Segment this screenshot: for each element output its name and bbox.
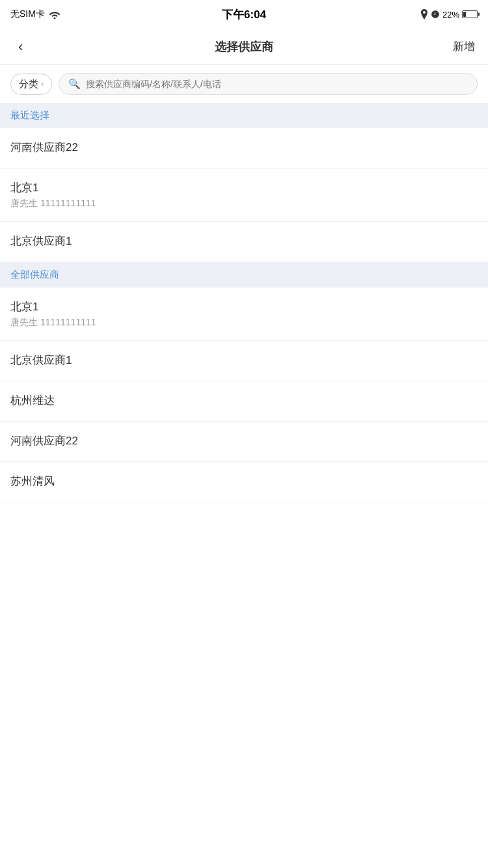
list-item[interactable]: 北京供应商1 xyxy=(0,341,488,381)
search-icon: 🔍 xyxy=(68,78,81,90)
list-item[interactable]: 苏州清风 xyxy=(0,462,488,502)
svg-point-0 xyxy=(53,18,55,20)
item-sub: 唐先生 11111111111 xyxy=(10,198,478,210)
item-name: 河南供应商22 xyxy=(10,140,478,155)
recent-section-header: 最近选择 xyxy=(0,103,488,128)
battery-icon xyxy=(462,10,478,18)
page-title: 选择供应商 xyxy=(215,39,273,55)
item-name: 苏州清风 xyxy=(10,474,478,489)
status-time: 下午6:04 xyxy=(222,7,266,22)
item-name: 北京1 xyxy=(10,299,478,314)
item-name: 河南供应商22 xyxy=(10,433,478,448)
recent-items-list: 河南供应商22北京1唐先生 11111111111北京供应商1 xyxy=(0,128,488,262)
status-left: 无SIM卡 xyxy=(10,8,61,20)
alarm-icon xyxy=(431,10,440,19)
carrier-label: 无SIM卡 xyxy=(10,8,45,20)
list-item[interactable]: 北京1唐先生 11111111111 xyxy=(0,288,488,341)
search-input[interactable] xyxy=(86,79,468,89)
all-items-list: 北京1唐先生 11111111111北京供应商1杭州维达河南供应商22苏州清风 xyxy=(0,288,488,502)
recent-section-label: 最近选择 xyxy=(10,109,49,120)
wifi-icon xyxy=(49,10,61,19)
search-box: 🔍 xyxy=(59,73,478,95)
back-button[interactable]: ‹ xyxy=(13,36,28,58)
all-section-header: 全部供应商 xyxy=(0,262,488,288)
item-sub: 唐先生 11111111111 xyxy=(10,317,478,329)
item-name: 北京1 xyxy=(10,180,478,195)
chevron-right-icon: › xyxy=(41,79,44,88)
all-section-label: 全部供应商 xyxy=(10,269,59,280)
item-name: 杭州维达 xyxy=(10,393,478,408)
nav-bar: ‹ 选择供应商 新增 xyxy=(0,29,488,65)
status-bar: 无SIM卡 下午6:04 22% xyxy=(0,0,488,29)
status-right: 22% xyxy=(420,9,478,20)
battery-percent: 22% xyxy=(442,10,459,20)
list-item[interactable]: 河南供应商22 xyxy=(0,422,488,462)
category-label: 分类 xyxy=(19,78,38,90)
add-button[interactable]: 新增 xyxy=(453,39,475,54)
category-button[interactable]: 分类 › xyxy=(10,74,52,95)
list-item[interactable]: 北京1唐先生 11111111111 xyxy=(0,169,488,222)
filter-bar: 分类 › 🔍 xyxy=(0,65,488,103)
list-item[interactable]: 河南供应商22 xyxy=(0,128,488,169)
item-name: 北京供应商1 xyxy=(10,234,478,249)
location-icon xyxy=(420,9,428,20)
list-item[interactable]: 杭州维达 xyxy=(0,381,488,422)
list-item[interactable]: 北京供应商1 xyxy=(0,222,488,262)
item-name: 北京供应商1 xyxy=(10,353,478,368)
